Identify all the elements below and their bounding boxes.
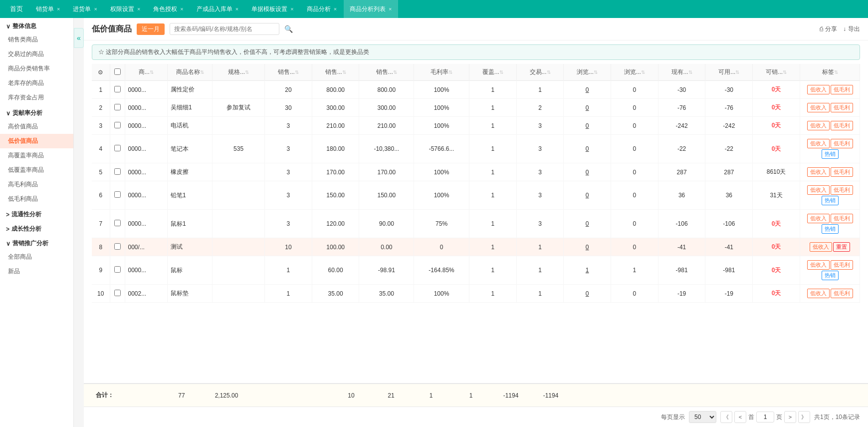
search-icon[interactable]: 🔍: [284, 25, 293, 33]
per-page-select[interactable]: 50 100 200: [689, 411, 716, 423]
row-select-checkbox[interactable]: [114, 168, 121, 175]
row-browse1[interactable]: 0: [564, 210, 611, 238]
nav-permissions[interactable]: 权限设置 ×: [104, 0, 146, 18]
col-name[interactable]: 商品名称⇅: [168, 64, 213, 81]
sidebar-item-low-value[interactable]: 低价值商品: [0, 134, 73, 148]
row-select-checkbox[interactable]: [114, 122, 121, 128]
sidebar-collapse-button[interactable]: «: [74, 28, 84, 48]
filter-recent-month-button[interactable]: 近一月: [137, 23, 165, 35]
col-sale2[interactable]: 销售...⇅: [312, 64, 359, 81]
nav-home[interactable]: 首页: [4, 0, 29, 18]
sidebar-group-overall[interactable]: ∨ 整体信息: [0, 18, 73, 32]
row-checkbox[interactable]: [110, 256, 125, 285]
row-browse1[interactable]: 0: [564, 181, 611, 210]
sidebar-item-high-coverage[interactable]: 高覆盖率商品: [0, 148, 73, 163]
row-checkbox[interactable]: [110, 135, 125, 163]
nav-sales-close[interactable]: ×: [57, 6, 60, 12]
browse-link[interactable]: 0: [586, 220, 589, 227]
row-checkbox[interactable]: [110, 81, 125, 99]
sidebar-item-high-margin[interactable]: 高毛利商品: [0, 177, 73, 192]
nav-template-close[interactable]: ×: [290, 6, 293, 12]
nav-goods-analysis[interactable]: 商品分析 ×: [301, 0, 343, 18]
sidebar-group-marketing[interactable]: ∨ 营销推广分析: [0, 235, 73, 250]
row-browse1[interactable]: 0: [564, 285, 611, 303]
browse-link[interactable]: 0: [586, 122, 589, 129]
last-page-button[interactable]: 》: [798, 411, 810, 423]
sidebar-group-growth[interactable]: > 成长性分析: [0, 221, 73, 235]
share-button[interactable]: ⎙ 分享: [820, 25, 837, 33]
nav-purchase[interactable]: 进货单 ×: [67, 0, 103, 18]
row-checkbox[interactable]: [110, 99, 125, 117]
row-checkbox[interactable]: [110, 210, 125, 238]
browse-link[interactable]: 0: [586, 145, 589, 152]
row-browse1[interactable]: 1: [564, 256, 611, 285]
next-page-button[interactable]: >: [784, 411, 796, 423]
prev-page-button[interactable]: <: [734, 411, 746, 423]
current-page-input[interactable]: [756, 412, 774, 423]
row-browse1[interactable]: 0: [564, 117, 611, 135]
row-select-checkbox[interactable]: [114, 243, 121, 250]
select-all-checkbox[interactable]: [114, 68, 121, 75]
col-sale1[interactable]: 销售...⇅: [265, 64, 312, 81]
browse-link[interactable]: 0: [586, 290, 589, 297]
col-browse2[interactable]: 浏览...⇅: [611, 64, 658, 81]
search-input[interactable]: [170, 23, 279, 35]
row-select-checkbox[interactable]: [114, 290, 121, 296]
settings-col-header[interactable]: ⚙: [92, 64, 110, 81]
col-gross[interactable]: 毛利率⇅: [414, 64, 469, 81]
row-browse1[interactable]: 0: [564, 163, 611, 181]
browse-link[interactable]: 0: [586, 192, 589, 199]
col-stock[interactable]: 现有...⇅: [658, 64, 705, 81]
row-select-checkbox[interactable]: [114, 266, 121, 273]
browse-link[interactable]: 0: [586, 86, 589, 93]
sidebar-group-contribution[interactable]: ∨ 贡献率分析: [0, 105, 73, 119]
nav-product-in[interactable]: 产成品入库单 ×: [191, 0, 244, 18]
row-browse1[interactable]: 0: [564, 135, 611, 163]
col-browse1[interactable]: 浏览...⇅: [564, 64, 611, 81]
row-checkbox[interactable]: [110, 238, 125, 256]
browse-link[interactable]: 1: [586, 267, 589, 274]
row-browse1[interactable]: 0: [564, 81, 611, 99]
checkbox-col-header[interactable]: [110, 64, 125, 81]
nav-sales[interactable]: 销货单 ×: [30, 0, 66, 18]
nav-roles[interactable]: 角色授权 ×: [147, 0, 189, 18]
row-browse1[interactable]: 0: [564, 238, 611, 256]
browse-link[interactable]: 0: [586, 104, 589, 111]
row-checkbox[interactable]: [110, 163, 125, 181]
row-browse1[interactable]: 0: [564, 99, 611, 117]
nav-goods-analysis-list[interactable]: 商品分析列表 ×: [344, 0, 398, 18]
col-code[interactable]: 商...⇅: [125, 64, 168, 81]
export-button[interactable]: ↓ 导出: [843, 25, 860, 33]
row-checkbox[interactable]: [110, 285, 125, 303]
row-checkbox[interactable]: [110, 117, 125, 135]
nav-product-close[interactable]: ×: [235, 6, 238, 12]
nav-purchase-close[interactable]: ×: [94, 6, 97, 12]
sidebar-item-traded-goods[interactable]: 交易过的商品: [0, 47, 73, 61]
row-select-checkbox[interactable]: [114, 145, 121, 151]
col-salable[interactable]: 可销...⇅: [753, 64, 800, 81]
nav-template[interactable]: 单据模板设置 ×: [245, 0, 299, 18]
row-select-checkbox[interactable]: [114, 220, 121, 226]
sidebar-item-new-goods[interactable]: 新品: [0, 264, 73, 279]
row-select-checkbox[interactable]: [114, 86, 121, 92]
nav-permissions-close[interactable]: ×: [137, 6, 140, 12]
first-page-button[interactable]: 《: [720, 411, 732, 423]
col-avail[interactable]: 可用...⇅: [705, 64, 753, 81]
col-spec[interactable]: 规格...⇅: [213, 64, 265, 81]
nav-roles-close[interactable]: ×: [180, 6, 183, 12]
browse-link[interactable]: 0: [586, 244, 589, 251]
row-select-checkbox[interactable]: [114, 104, 121, 110]
col-tags[interactable]: 标签⇅: [800, 64, 860, 81]
browse-link[interactable]: 0: [586, 169, 589, 176]
sidebar-item-low-coverage[interactable]: 低覆盖率商品: [0, 163, 73, 177]
sidebar-item-stock-funds[interactable]: 库存资金占用: [0, 90, 73, 105]
nav-goods-analysis-close[interactable]: ×: [334, 6, 337, 12]
sidebar-item-all-goods[interactable]: 全部商品: [0, 250, 73, 264]
sidebar-group-flow[interactable]: > 流通性分析: [0, 206, 73, 221]
col-sale3[interactable]: 销售...⇅: [359, 64, 414, 81]
sidebar-item-old-stock[interactable]: 老库存的商品: [0, 76, 73, 90]
sidebar-item-low-margin[interactable]: 低毛利商品: [0, 192, 73, 206]
row-select-checkbox[interactable]: [114, 191, 121, 198]
sidebar-item-sales-goods[interactable]: 销售类商品: [0, 32, 73, 47]
sidebar-item-high-value[interactable]: 高价值商品: [0, 119, 73, 134]
